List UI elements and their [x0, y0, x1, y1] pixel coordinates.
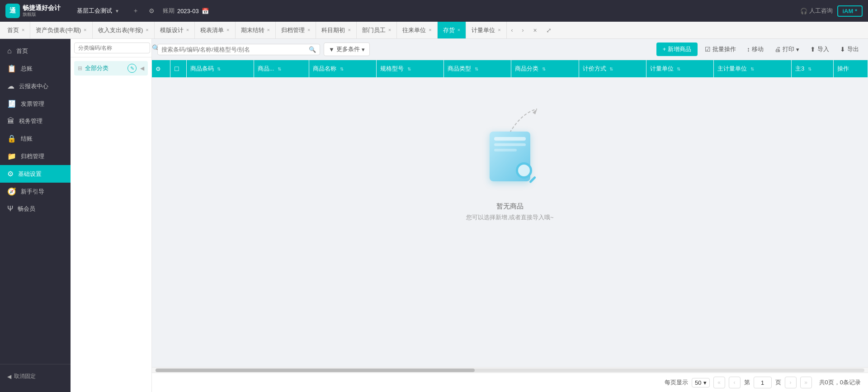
close-archive-tab[interactable]: × — [307, 28, 310, 33]
iam-badge[interactable]: iAM * — [837, 5, 863, 17]
empty-subtitle: 您可以选择新增,或者直接导入哦~ — [466, 213, 553, 222]
export-button[interactable]: ⬇ 导出 — [836, 43, 863, 56]
close-template-tab[interactable]: × — [186, 28, 189, 33]
th-category: 商品分类 ⇅ — [511, 60, 579, 77]
close-carry-tab[interactable]: × — [267, 28, 270, 33]
tree-root-all[interactable]: ⊞ 全部分类 ✎ ◀ — [74, 61, 148, 76]
close-income-tab[interactable]: × — [146, 28, 148, 33]
toolbar: 🔍 ▼ 更多条件 ▾ + 新增商品 ☑ 批量操作 ↕ — [152, 39, 868, 60]
th-pricing: 计价方式 ⇅ — [579, 60, 646, 77]
tab-expand-button[interactable]: ⤢ — [542, 22, 556, 39]
tab-department[interactable]: 部门员工 × — [357, 22, 397, 39]
tab-measure-unit[interactable]: 计量单位 × — [466, 22, 506, 39]
close-balance-tab[interactable]: × — [84, 28, 86, 33]
sidebar-item-guide[interactable]: 🧭 新手引导 — [0, 183, 71, 200]
print-button[interactable]: 🖨 打印 ▾ — [771, 43, 803, 56]
th-type: 商品类型 ⇅ — [444, 60, 511, 77]
sort-code-icon[interactable]: ⇅ — [278, 66, 281, 71]
tab-template-design[interactable]: 模版设计 × — [155, 22, 195, 39]
tab-period-carry[interactable]: 期末结转 × — [236, 22, 276, 39]
more-filters-button[interactable]: ▼ 更多条件 ▾ — [324, 43, 370, 56]
empty-illustration — [465, 104, 555, 195]
tab-balance-sheet[interactable]: 资产负债表(中期) × — [30, 22, 92, 39]
print-dropdown-icon: ▾ — [796, 46, 799, 53]
sort-spec-icon[interactable]: ⇅ — [407, 66, 411, 71]
add-product-button[interactable]: + 新增商品 — [656, 43, 698, 56]
period-area: 账期 2023-03 📅 — [163, 7, 209, 15]
sidebar-item-invoice[interactable]: 🧾 发票管理 — [0, 95, 71, 113]
sort-col3-icon[interactable]: ⇅ — [808, 66, 811, 71]
sidebar-item-ledger[interactable]: 📋 总账 — [0, 60, 71, 77]
close-inventory-tab[interactable]: × — [458, 28, 460, 33]
tree-edit-button[interactable]: ✎ — [127, 64, 137, 73]
tab-prev-button[interactable]: ‹ — [507, 22, 518, 39]
classification-search-input[interactable] — [74, 43, 150, 53]
search-bar-icon[interactable]: 🔍 — [309, 46, 316, 53]
import-button[interactable]: ⬆ 导入 — [807, 43, 833, 56]
close-measure-tab[interactable]: × — [498, 28, 500, 33]
sort-unit-icon[interactable]: ⇅ — [677, 66, 680, 71]
tab-archive[interactable]: 归档管理 × — [276, 22, 316, 39]
sidebar-item-close-account[interactable]: 🔒 结账 — [0, 130, 71, 147]
th-settings[interactable]: ⚙ — [152, 60, 170, 77]
tab-close-all-button[interactable]: × — [528, 22, 542, 39]
tab-tax-list[interactable]: 税表清单 × — [195, 22, 235, 39]
close-homepage-tab[interactable]: × — [22, 28, 24, 33]
scroll-track[interactable] — [156, 368, 864, 372]
company-selector[interactable]: 基层工会测试 ▼ — [73, 5, 123, 17]
content-wrapper: 🔍 ⊞ 全部分类 ✎ ◀ 🔍 ▼ 更多条 — [71, 39, 868, 392]
calendar-icon[interactable]: 📅 — [202, 8, 209, 14]
tab-income-statement[interactable]: 收入支出表(年报) × — [93, 22, 155, 39]
tree-collapse-icon[interactable]: ◀ — [140, 65, 144, 71]
scroll-thumb[interactable] — [156, 368, 475, 372]
sort-pricing-icon[interactable]: ⇅ — [609, 66, 613, 71]
close-tax-tab[interactable]: × — [226, 28, 229, 33]
product-search-bar[interactable]: 🔍 — [157, 44, 320, 55]
unpin-icon: ◀ — [7, 373, 11, 380]
sort-name-icon[interactable]: ⇅ — [340, 66, 344, 71]
toolbar-right: + 新增商品 ☑ 批量操作 ↕ 移动 🖨 打印 ▾ — [656, 43, 863, 56]
page-size-selector[interactable]: 50 ▾ — [692, 378, 709, 387]
settings-gear-button[interactable]: ⚙ — [146, 5, 158, 17]
close-contacts-tab[interactable]: × — [429, 28, 431, 33]
guide-icon: 🧭 — [7, 187, 16, 196]
chevron-down-icon: ▾ — [362, 46, 365, 53]
tab-contacts[interactable]: 往来单位 × — [397, 22, 437, 39]
th-checkbox[interactable]: ☐ — [170, 60, 186, 77]
sort-category-icon[interactable]: ⇅ — [542, 66, 546, 71]
batch-operation-button[interactable]: ☑ 批量操作 — [701, 43, 740, 56]
move-button[interactable]: ↕ 移动 — [743, 43, 767, 56]
export-icon: ⬇ — [840, 46, 845, 53]
close-dept-tab[interactable]: × — [388, 28, 391, 33]
sort-type-icon[interactable]: ⇅ — [475, 66, 478, 71]
close-subject-tab[interactable]: × — [348, 28, 350, 33]
page-number-input[interactable] — [754, 377, 772, 388]
sidebar-item-vip[interactable]: Ψ 畅会员 — [0, 200, 71, 217]
th-code: 商品... ⇅ — [254, 60, 309, 77]
tab-next-button[interactable]: › — [518, 22, 528, 39]
sidebar-item-basic-settings[interactable]: ⚙ 基础设置 — [0, 165, 71, 183]
sidebar-item-archive[interactable]: 📁 归档管理 — [0, 147, 71, 165]
tab-homepage[interactable]: 首页 × — [2, 22, 30, 39]
page-last-button[interactable]: » — [800, 377, 812, 388]
add-company-button[interactable]: ＋ — [129, 5, 142, 17]
empty-state: 暂无商品 您可以选择新增,或者直接导入哦~ — [152, 77, 868, 249]
tab-subject-init[interactable]: 科目期初 × — [316, 22, 356, 39]
unpin-sidebar-button[interactable]: ◀ 取消固定 — [0, 369, 71, 384]
page-first-button[interactable]: « — [713, 377, 725, 388]
print-icon: 🖨 — [774, 46, 781, 53]
product-search-input[interactable] — [161, 46, 307, 53]
sidebar-item-homepage[interactable]: ⌂ 首页 — [0, 43, 71, 60]
th-spec: 规格型号 ⇅ — [377, 60, 444, 77]
tab-inventory[interactable]: 存货 × — [438, 22, 466, 39]
sort-main-unit-icon[interactable]: ⇅ — [750, 66, 754, 71]
consulting-button[interactable]: 🎧 人工咨询 — [800, 7, 833, 15]
page-next-button[interactable]: › — [785, 377, 797, 388]
batch-icon: ☑ — [705, 46, 711, 53]
sidebar-item-tax[interactable]: 🏛 税务管理 — [0, 113, 71, 130]
sidebar-item-reports[interactable]: ☁ 云报表中心 — [0, 77, 71, 95]
sort-barcode-icon[interactable]: ⇅ — [217, 66, 221, 71]
page-prev-button[interactable]: ‹ — [729, 377, 741, 388]
horizontal-scrollbar[interactable] — [152, 367, 868, 373]
classification-tree: ⊞ 全部分类 ✎ ◀ — [71, 57, 151, 79]
